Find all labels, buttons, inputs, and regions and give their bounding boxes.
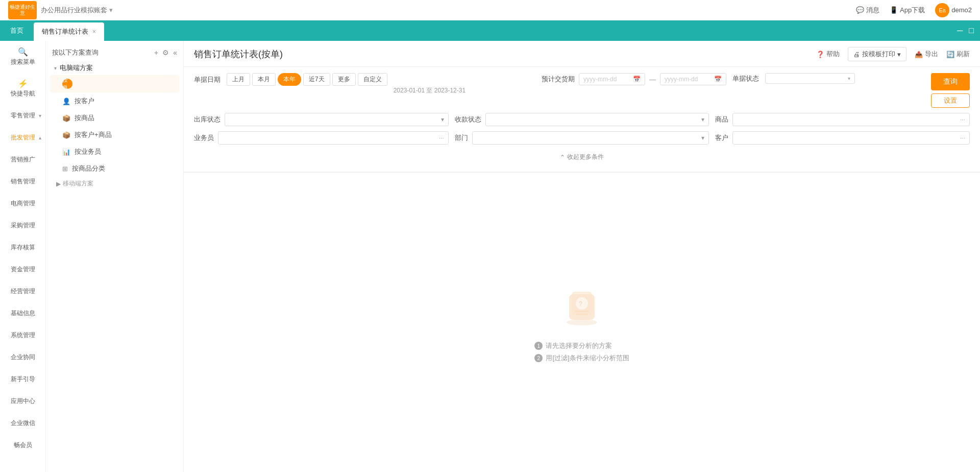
breadcrumb-arrow-icon: ▾ [109, 6, 113, 14]
sidebar-item-system[interactable]: 系统管理 [0, 324, 45, 346]
tab-close-icon[interactable]: × [92, 28, 96, 35]
goods-label: 商品 [715, 115, 728, 124]
help-btn[interactable]: ❓ 帮助 [816, 50, 840, 59]
sidebar-item-member[interactable]: 畅会员 [0, 434, 45, 456]
help-icon: ❓ [816, 51, 824, 58]
delivery-status-arrow-icon: ▾ [441, 116, 444, 123]
settings-btn[interactable]: 设置 [931, 93, 970, 108]
payment-status-filter: 收款状态 ▾ [455, 113, 709, 126]
app-download-btn[interactable]: 📱 App下载 [890, 6, 925, 15]
topbar: 畅捷通好生意 办公用品行业模拟账套 ▾ 💬 消息 📱 App下载 Ea demo… [0, 0, 980, 20]
avatar: Ea [935, 3, 949, 17]
add-scheme-icon[interactable]: + [154, 49, 158, 57]
tab-home[interactable]: 首页 [0, 20, 34, 41]
tip2-num: 2 [534, 354, 543, 362]
date-btn-more[interactable]: 更多 [332, 73, 356, 86]
sidebar-item-retail[interactable]: 零售管理 ▾ [0, 104, 45, 126]
sidebar-item-enterprise[interactable]: 企业协同 [0, 346, 45, 368]
tree-collapse-icon[interactable]: ▾ [54, 65, 57, 71]
customer-input[interactable]: ··· [732, 131, 970, 145]
print-dropdown-icon: ▾ [897, 51, 901, 58]
print-icon: 🖨 [853, 51, 860, 58]
goods-filter: 商品 ··· [715, 113, 970, 126]
sidebar-item-basics[interactable]: 基础信息 [0, 302, 45, 324]
sidebar-item-ecommerce[interactable]: 电商管理 [0, 192, 45, 214]
goods-more-icon: ··· [960, 116, 965, 123]
date-btn-last-month[interactable]: 上月 [227, 73, 250, 86]
date-btn-custom[interactable]: 自定义 [358, 73, 387, 86]
empty-illustration: ? [556, 279, 607, 330]
tab-maximize-icon[interactable]: □ [969, 26, 974, 35]
sidebar-item-newbie[interactable]: 新手引导 [0, 368, 45, 390]
expected-date-start-input[interactable]: yyyy-mm-dd 📅 [579, 73, 645, 85]
export-icon: 📤 [915, 51, 923, 58]
tree-item-by-customer-goods[interactable]: 📦 按客户+商品 [50, 127, 179, 143]
sidebar-item-quick-nav[interactable]: ⚡ 快捷导航 [0, 73, 45, 104]
delivery-status-filter: 出库状态 ▾ [194, 113, 449, 126]
tree-section-pc: ▾ 电脑端方案 按单 👤 按客户 📦 按商品 📦 [46, 61, 183, 177]
collapse-panel-icon[interactable]: « [173, 49, 177, 57]
department-filter: 部门 ▾ [455, 131, 709, 145]
section-mobile[interactable]: ▶ 移动端方案 [46, 177, 183, 189]
expected-date-end-input[interactable]: yyyy-mm-dd 📅 [660, 73, 726, 85]
sidebar-item-appstore[interactable]: 应用中心 [0, 390, 45, 412]
tree-item-by-salesperson[interactable]: 📊 按业务员 [50, 144, 179, 160]
settings-scheme-icon[interactable]: ⚙ [162, 49, 169, 57]
user-profile[interactable]: Ea demo2 [935, 3, 972, 17]
tree-item-by-category[interactable]: ⊞ 按商品分类 [50, 160, 179, 177]
by-order-badge: 按单 [62, 79, 72, 89]
by-customer-goods-icon: 📦 [62, 131, 70, 139]
sidebar: 🔍 搜索菜单 ⚡ 快捷导航 零售管理 ▾ 批发管理 ▴ 营销推广 销售管理 电商… [0, 41, 46, 472]
collapse-btn[interactable]: ⌃ 收起更多条件 [560, 153, 604, 161]
tab-sales-order-stats[interactable]: 销售订单统计表 × [34, 22, 104, 41]
tab-minimize-icon[interactable]: ─ [957, 26, 963, 35]
date-end-calendar-icon: 📅 [714, 76, 722, 83]
date-btn-this-year[interactable]: 本年 [278, 73, 301, 86]
voucher-status-select[interactable]: ▾ [765, 73, 855, 84]
department-arrow-icon: ▾ [701, 134, 704, 141]
empty-tips: 1 请先选择要分析的方案 2 用[过滤]条件来缩小分析范围 [534, 338, 629, 366]
voucher-status-label: 单据状态 [732, 74, 761, 83]
export-btn[interactable]: 📤 导出 [915, 50, 938, 59]
salesperson-input[interactable]: ··· [218, 131, 449, 145]
refresh-btn[interactable]: 🔄 刷新 [946, 50, 970, 59]
content: 按以下方案查询 + ⚙ « ▾ 电脑端方案 按单 👤 [46, 41, 980, 472]
logo: 畅捷通好生意 [8, 1, 37, 19]
filter-area: 单据日期 上月 本月 本年 近7天 更多 自定义 2023-01-01 至 20… [184, 67, 980, 172]
date-btn-last7[interactable]: 近7天 [303, 73, 330, 86]
template-print-btn[interactable]: 🖨 按模板打印 ▾ [848, 47, 906, 61]
page-header-actions: ❓ 帮助 🖨 按模板打印 ▾ 📤 导出 🔄 [816, 47, 970, 61]
sidebar-item-search-menu[interactable]: 🔍 搜索菜单 [0, 41, 45, 73]
payment-status-arrow-icon: ▾ [701, 116, 704, 123]
expected-date-label: 预计交货期 [542, 75, 575, 84]
search-btn[interactable]: 查询 [931, 73, 970, 90]
tree-item-by-goods[interactable]: 📦 按商品 [50, 110, 179, 126]
page-header: 销售订单统计表(按单) ❓ 帮助 🖨 按模板打印 ▾ 📤 [184, 41, 980, 67]
breadcrumb: 办公用品行业模拟账套 ▾ [41, 6, 113, 15]
tree-item-by-customer[interactable]: 👤 按客户 [50, 93, 179, 109]
sidebar-item-marketing[interactable]: 营销推广 [0, 148, 45, 170]
page-title-row: 销售订单统计表(按单) ❓ 帮助 🖨 按模板打印 ▾ 📤 [194, 47, 970, 66]
salesperson-filter: 业务员 ··· [194, 131, 449, 145]
sidebar-item-inventory[interactable]: 库存核算 [0, 236, 45, 258]
salesperson-more-icon: ··· [439, 134, 444, 141]
by-category-icon: ⊞ [62, 165, 68, 173]
retail-arrow-icon: ▾ [39, 112, 41, 118]
sidebar-item-finance[interactable]: 资金管理 [0, 258, 45, 280]
delivery-status-label: 出库状态 [194, 115, 220, 124]
messages-btn[interactable]: 💬 消息 [856, 6, 879, 15]
sidebar-item-purchase[interactable]: 采购管理 [0, 214, 45, 236]
goods-input[interactable]: ··· [732, 113, 970, 126]
svg-point-0 [567, 319, 597, 325]
date-btn-this-month[interactable]: 本月 [252, 73, 276, 86]
sidebar-item-wholesale[interactable]: 批发管理 ▴ [0, 126, 45, 148]
sidebar-item-wechat[interactable]: 企业微信 [0, 412, 45, 434]
section-mobile-arrow-icon: ▶ [56, 180, 61, 187]
department-select[interactable]: ▾ [472, 131, 709, 145]
payment-status-select[interactable]: ▾ [485, 113, 709, 126]
delivery-status-select[interactable]: ▾ [225, 113, 449, 126]
sidebar-item-operations[interactable]: 经营管理 [0, 280, 45, 302]
sidebar-item-sales[interactable]: 销售管理 [0, 170, 45, 192]
voucher-status-arrow-icon: ▾ [848, 76, 850, 81]
tree-item-by-order[interactable]: 按单 [50, 75, 179, 92]
